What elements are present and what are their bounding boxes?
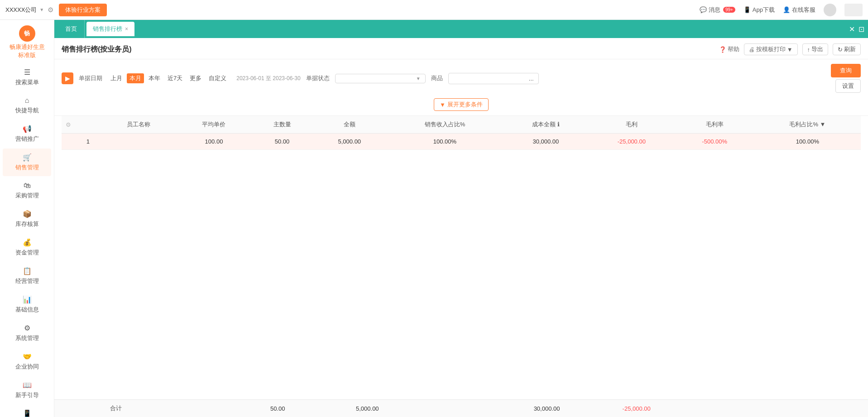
sidebar-item-label: 经营管理	[15, 277, 39, 285]
date-btn-7days[interactable]: 近7天	[165, 73, 185, 83]
footer-qty: 50.00	[233, 405, 322, 412]
date-btn-this-year[interactable]: 本年	[146, 73, 163, 83]
online-service-button[interactable]: 👤 在线客服	[783, 6, 815, 14]
message-button[interactable]: 💬 消息 99+	[700, 6, 735, 14]
help-button[interactable]: ❓ 帮助	[719, 45, 739, 53]
logo-title: 畅康通好生意 标准版	[10, 43, 45, 59]
sidebar-item-app-center[interactable]: 📱 应用中心	[3, 405, 51, 417]
page-content: 销售排行榜(按业务员) ❓ 帮助 🖨 按模板打印 ▼ ↑ 导出	[54, 38, 868, 417]
sidebar-logo: 畅 畅康通好生意 标准版	[0, 20, 54, 63]
status-select[interactable]: ▼	[335, 74, 426, 83]
footer-profit-pct	[771, 405, 861, 412]
sidebar-item-basic-info[interactable]: 📊 基础信息	[3, 291, 51, 318]
print-dropdown-arrow: ▼	[787, 46, 793, 53]
online-service-icon: 👤	[783, 6, 790, 13]
user-name-area	[844, 4, 863, 16]
sidebar-item-corp-collab[interactable]: 🤝 企业协同	[3, 348, 51, 375]
sidebar-item-label: 搜索菜单	[15, 78, 39, 86]
date-filter-label: 单据日期	[79, 74, 102, 82]
sidebar-item-sales-mgmt[interactable]: 🛒 销售管理	[3, 149, 51, 176]
date-btn-custom[interactable]: 自定义	[206, 73, 229, 83]
tab-sales-rank[interactable]: 销售排行榜 ×	[86, 22, 134, 36]
refresh-icon: ↻	[838, 46, 843, 53]
settings-icon-btn[interactable]: ⚙	[48, 6, 53, 14]
page-header: 销售排行榜(按业务员) ❓ 帮助 🖨 按模板打印 ▼ ↑ 导出	[54, 38, 868, 59]
top-bar: XXXXX公司 ▼ ⚙ 体验行业方案 💬 消息 99+ 📱 App下载 👤 在线…	[0, 0, 868, 20]
cell-profit-pct: 100.00%	[754, 134, 861, 150]
app-center-icon: 📱	[23, 409, 32, 417]
sidebar-item-search-order[interactable]: ☰ 搜索菜单	[3, 63, 51, 91]
footer-total: 5,000.00	[322, 405, 412, 412]
filter-row-main: ▶ 单据日期 上月 本月 本年 近7天 更多 自定义 2023-06-01 至 …	[62, 64, 861, 93]
goods-input[interactable]: ...	[448, 73, 539, 84]
sidebar-item-purchase-mgmt[interactable]: 🛍 采购管理	[3, 177, 51, 204]
date-btn-this-month[interactable]: 本月	[127, 73, 144, 83]
cell-rank: 1	[75, 134, 101, 150]
main-layout: 畅 畅康通好生意 标准版 ☰ 搜索菜单 ⌂ 快捷导航 📢 营销推广 🛒 销售管理…	[0, 20, 868, 417]
date-btn-more[interactable]: 更多	[187, 73, 204, 83]
print-icon: 🖨	[749, 46, 755, 53]
status-select-arrow: ▼	[416, 76, 421, 81]
filter-area: ▶ 单据日期 上月 本月 本年 近7天 更多 自定义 2023-06-01 至 …	[54, 59, 868, 116]
sidebar-item-operations[interactable]: 📋 经营管理	[3, 262, 51, 290]
col-profit-pct: 毛利占比% ▼	[754, 116, 861, 134]
date-buttons: 上月 本月 本年 近7天 更多 自定义	[108, 73, 229, 83]
company-selector[interactable]: XXXXX公司 ▼	[5, 6, 44, 14]
tab-window-expand-btn[interactable]: ⊡	[858, 25, 864, 34]
sidebar-item-label: 基础信息	[15, 306, 39, 314]
page-title: 销售排行榜(按业务员)	[62, 45, 132, 54]
footer-cost: 30,000.00	[502, 405, 592, 412]
tab-bar: 首页 销售排行榜 × ✕ ⊡	[54, 20, 868, 38]
sidebar-item-label: 新手引导	[15, 391, 39, 399]
tab-home[interactable]: 首页	[58, 20, 85, 38]
trial-button[interactable]: 体验行业方案	[59, 4, 107, 16]
footer-sales-pct	[412, 405, 502, 412]
tab-home-label: 首页	[65, 25, 77, 33]
tab-bar-right: ✕ ⊡	[849, 25, 864, 34]
sidebar-item-label: 快捷导航	[15, 106, 39, 115]
avatar[interactable]	[824, 4, 836, 16]
sidebar-item-newbie-guide[interactable]: 📖 新手引导	[3, 376, 51, 404]
sidebar-item-quick-nav[interactable]: ⌂ 快捷导航	[3, 92, 51, 119]
export-button[interactable]: ↑ 导出	[802, 43, 829, 55]
date-btn-last-month[interactable]: 上月	[108, 73, 125, 83]
footer-profit-rate	[681, 405, 771, 412]
sidebar-item-system-mgmt[interactable]: ⚙ 系统管理	[3, 319, 51, 347]
cell-qty: 50.00	[252, 134, 313, 150]
refresh-button[interactable]: ↻ 刷新	[833, 43, 861, 55]
online-service-label: 在线客服	[792, 6, 815, 14]
query-button[interactable]: 查询	[831, 64, 861, 77]
purchase-icon: 🛍	[24, 182, 31, 190]
col-employee-name: 员工名称	[101, 116, 176, 134]
col-profit: 毛利	[588, 116, 675, 134]
tab-sales-rank-label: 销售排行榜	[93, 25, 122, 33]
col-qty: 主数量	[252, 116, 313, 134]
marketing-icon: 📢	[23, 125, 32, 133]
logo-icon: 畅	[19, 25, 35, 42]
message-icon: 💬	[700, 6, 707, 13]
company-name: XXXXX公司	[5, 6, 37, 14]
sidebar-item-fund-mgmt[interactable]: 💰 资金管理	[3, 234, 51, 261]
tab-window-close-btn[interactable]: ✕	[849, 25, 855, 34]
tab-close-icon[interactable]: ×	[125, 26, 128, 32]
table-settings-button[interactable]: 设置	[835, 79, 861, 93]
print-button[interactable]: 🖨 按模板打印 ▼	[744, 43, 798, 55]
col-sales-pct: 销售收入占比%	[386, 116, 503, 134]
col-gear[interactable]: ⚙	[62, 116, 75, 134]
app-download-button[interactable]: 📱 App下载	[743, 6, 775, 14]
filter-collapse-btn[interactable]: ▶	[62, 72, 73, 84]
table-header-row: ⚙ 员工名称 平均单价 主数量 全额 销售收入占比% 成本全额 ℹ 毛利 毛利率…	[62, 116, 861, 134]
col-avg-price: 平均单价	[176, 116, 251, 134]
date-range-display: 2023-06-01 至 2023-06-30	[236, 75, 300, 82]
cell-gear	[62, 134, 75, 150]
cell-cost: 30,000.00	[504, 134, 589, 150]
footer-total-label: 合计	[89, 404, 143, 412]
sidebar-item-marketing[interactable]: 📢 营销推广	[3, 120, 51, 148]
fund-icon: 💰	[23, 238, 32, 247]
expand-more-btn[interactable]: ▼ 展开更多条件	[434, 98, 489, 111]
sidebar-item-inventory[interactable]: 📦 库存核算	[3, 205, 51, 233]
sidebar-item-label: 企业协同	[15, 363, 39, 371]
message-label: 消息	[709, 6, 720, 14]
system-icon: ⚙	[24, 324, 30, 332]
status-filter-label: 单据状态	[306, 74, 330, 82]
